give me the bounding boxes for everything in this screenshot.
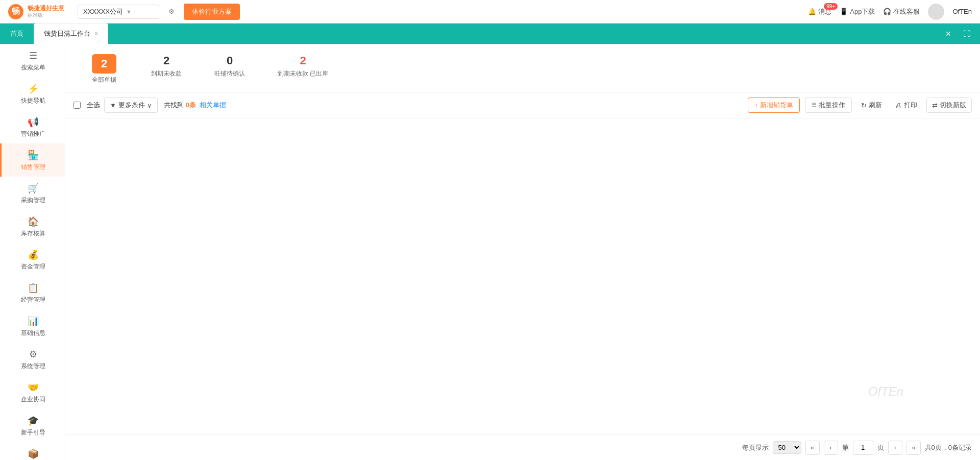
stat-number-2: 0 [227, 54, 233, 67]
tab-right-actions: ✕ ⛶ [941, 27, 980, 41]
total-label: 共0页，0条记录 [925, 443, 972, 452]
page-input[interactable] [853, 441, 873, 455]
header-right: 🔔 消息 99+ 📱 App下载 🎧 在线客服 OfTEn [808, 4, 972, 20]
per-page-label: 每页显示 [742, 443, 769, 452]
switch-version-btn[interactable]: ⇄ 切换新版 [926, 98, 972, 113]
content-area: 2 全部单据 2 到期未收款 0 旺铺待确认 2 到期未收款 已出库 全选 ▼ … [65, 44, 980, 460]
message-btn[interactable]: 🔔 消息 99+ [808, 7, 831, 16]
app-download-label: App下载 [850, 7, 875, 16]
filter-btn[interactable]: ▼ 更多条件 ∨ [104, 98, 158, 113]
per-page-select[interactable]: 50 100 200 [773, 441, 801, 454]
avatar[interactable] [928, 4, 944, 20]
search-menu-label: 搜索菜单 [21, 63, 45, 72]
first-page-btn[interactable]: « [805, 441, 820, 455]
add-sales-btn[interactable]: + 新增销货单 [748, 98, 800, 113]
sidebar-item-app-center[interactable]: 📦 应用中心 [0, 442, 65, 460]
guide-label: 新手引导 [21, 428, 45, 437]
logo-sub: 标准版 [28, 12, 64, 18]
quick-nav-icon: ⚡ [28, 83, 39, 94]
sidebar-item-basic-info[interactable]: 📊 基础信息 [0, 309, 65, 343]
logo-area: 畅 畅捷通好生意 标准版 [8, 4, 74, 19]
system-label: 系统管理 [21, 362, 45, 371]
company-selector[interactable]: XXXXXX公司 ▼ [78, 5, 159, 19]
batch-btn[interactable]: ⠿ 批量操作 [805, 98, 852, 113]
select-all-checkbox[interactable] [74, 102, 81, 109]
company-name: XXXXXX公司 [83, 7, 123, 16]
found-text: 共找到 0条 相关单据 [164, 101, 226, 110]
headset-icon: 🎧 [883, 8, 891, 15]
last-page-btn[interactable]: » [906, 441, 921, 455]
prev-page-btn[interactable]: ‹ [824, 441, 838, 455]
operation-label: 经营管理 [21, 296, 45, 304]
page-suffix: 页 [877, 443, 884, 452]
tab-home[interactable]: 首页 [0, 23, 34, 44]
next-page-btn[interactable]: › [888, 441, 902, 455]
logo-title: 畅捷通好生意 [28, 5, 64, 12]
purchase-icon: 🛒 [28, 183, 39, 194]
sales-label: 销售管理 [21, 163, 45, 172]
sidebar-item-enterprise-coop[interactable]: 🤝 企业协同 [0, 376, 65, 409]
stat-label-0: 全部单据 [92, 76, 116, 84]
system-icon: ⚙ [28, 349, 39, 360]
stat-label-2: 旺铺待确认 [214, 69, 245, 78]
stat-number-3: 2 [300, 54, 306, 67]
tab-qhrc[interactable]: 钱货日清工作台 × [34, 23, 108, 44]
stat-number-0: 2 [92, 54, 116, 74]
basic-info-icon: 📊 [28, 316, 39, 327]
sidebar-item-operation[interactable]: 📋 经营管理 [0, 276, 65, 309]
sidebar-item-finance[interactable]: 💰 资金管理 [0, 243, 65, 276]
quick-nav-label: 快捷导航 [21, 96, 45, 105]
stat-tab-2[interactable]: 0 旺铺待确认 [198, 50, 261, 92]
online-service-label: 在线客服 [893, 7, 920, 16]
sidebar-item-inventory[interactable]: 🏠 库存核算 [0, 210, 65, 243]
app-center-icon: 📦 [28, 448, 39, 459]
tab-minimize-btn[interactable]: ✕ [941, 27, 955, 41]
refresh-icon: ↻ [861, 102, 867, 109]
switch-icon: ⇄ [932, 102, 938, 109]
purchase-label: 采购管理 [21, 196, 45, 205]
trial-btn[interactable]: 体验行业方案 [184, 4, 240, 20]
related-link[interactable]: 相关单据 [200, 101, 226, 109]
chevron-icon: ∨ [147, 102, 152, 109]
app-download-btn[interactable]: 📱 App下载 [840, 7, 875, 16]
phone-icon: 📱 [840, 8, 848, 15]
toolbar-right: + 新增销货单 ⠿ 批量操作 ↻ 刷新 🖨 打印 ⇄ 切换新版 [748, 98, 972, 113]
user-name: OfTEn [952, 8, 972, 15]
batch-icon: ⠿ [812, 102, 817, 109]
sidebar-item-quick-nav[interactable]: ⚡ 快捷导航 [0, 77, 65, 110]
refresh-btn[interactable]: ↻ 刷新 [857, 98, 886, 112]
stat-label-3: 到期未收款 已出库 [278, 69, 328, 78]
sidebar-item-search-menu[interactable]: ☰ 搜索菜单 [0, 44, 65, 77]
bell-icon: 🔔 [808, 8, 816, 15]
tab-expand-btn[interactable]: ⛶ [960, 27, 974, 41]
stat-tab-1[interactable]: 2 到期未收款 [135, 50, 198, 92]
switch-label: 切换新版 [940, 101, 966, 110]
stat-tab-0[interactable]: 2 全部单据 [74, 50, 135, 92]
stat-number-1: 2 [163, 54, 169, 67]
sidebar: ☰ 搜索菜单 ⚡ 快捷导航 📢 营销推广 🏪 销售管理 🛒 采购管理 🏠 库存核… [0, 44, 65, 460]
select-all-label: 全选 [87, 101, 100, 110]
stat-label-1: 到期未收款 [151, 69, 182, 78]
sales-icon: 🏪 [28, 150, 39, 161]
online-service-btn[interactable]: 🎧 在线客服 [883, 7, 920, 16]
print-btn[interactable]: 🖨 打印 [891, 98, 921, 112]
table-area [65, 118, 980, 434]
tab-close-icon[interactable]: × [94, 23, 98, 44]
sidebar-item-marketing[interactable]: 📢 营销推广 [0, 110, 65, 143]
sidebar-item-sales[interactable]: 🏪 销售管理 [0, 143, 65, 177]
pagination-bar: 每页显示 50 100 200 « ‹ 第 页 › » 共0页，0条记录 [65, 434, 980, 460]
sidebar-item-purchase[interactable]: 🛒 采购管理 [0, 177, 65, 210]
marketing-icon: 📢 [28, 116, 39, 128]
page-label: 第 [842, 443, 849, 452]
batch-label: 批量操作 [819, 101, 845, 110]
gear-button[interactable]: ⚙ [163, 4, 180, 20]
finance-label: 资金管理 [21, 262, 45, 271]
stat-tab-3[interactable]: 2 到期未收款 已出库 [261, 50, 345, 92]
stats-tabs: 2 全部单据 2 到期未收款 0 旺铺待确认 2 到期未收款 已出库 [65, 44, 980, 92]
chevron-down-icon: ▼ [126, 9, 132, 15]
sidebar-item-guide[interactable]: 🎓 新手引导 [0, 409, 65, 442]
print-label: 打印 [904, 101, 917, 110]
logo-icon: 畅 [8, 4, 23, 19]
sidebar-item-system[interactable]: ⚙ 系统管理 [0, 343, 65, 376]
main-layout: ☰ 搜索菜单 ⚡ 快捷导航 📢 营销推广 🏪 销售管理 🛒 采购管理 🏠 库存核… [0, 44, 980, 460]
